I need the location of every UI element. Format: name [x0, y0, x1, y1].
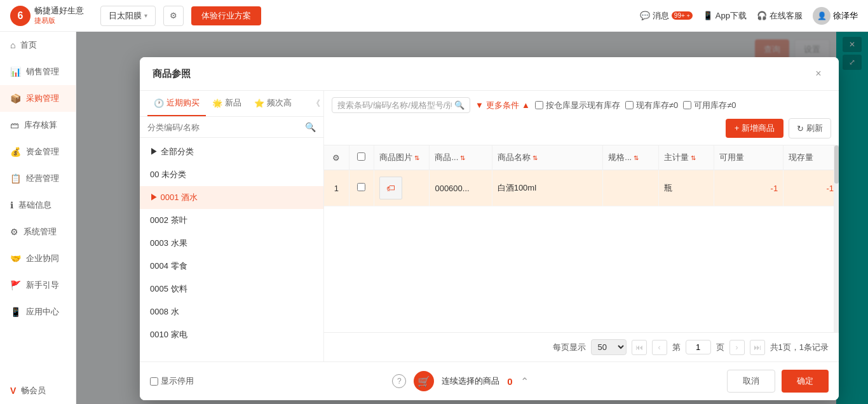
footer-center: ? 🛒 连续选择的商品 0 ⌃: [194, 371, 727, 391]
gear-settings-icon: ⚙: [332, 153, 340, 163]
sidebar-item-finance[interactable]: 💰 资金管理: [0, 138, 76, 165]
checkbox-stock-ne-label[interactable]: 现有库存≠0: [625, 100, 678, 111]
collapse-button[interactable]: 《: [308, 92, 323, 115]
sidebar-item-guide[interactable]: 🚩 新手引导: [0, 272, 76, 299]
guide-icon: 🚩: [10, 280, 21, 290]
gear-button[interactable]: ⚙: [163, 6, 184, 26]
th-checkbox: [349, 145, 374, 170]
trial-button[interactable]: 体验行业方案: [191, 6, 261, 25]
messages-item[interactable]: 💬 消息 99+ +: [640, 10, 693, 22]
sidebar-item-operation[interactable]: 📋 经营管理: [0, 165, 76, 192]
category-item-uncat[interactable]: 00 未分类: [140, 163, 323, 186]
category-item-0002[interactable]: 0002 茶叶: [140, 209, 323, 232]
checkbox-warehouse-label[interactable]: 按仓库显示现有库存: [535, 100, 620, 111]
category-search-icon[interactable]: 🔍: [305, 122, 316, 132]
filter-label: 更多条件: [486, 100, 519, 111]
th-unit-sortable[interactable]: 主计量 ⇅: [664, 152, 709, 163]
sidebar-item-vip[interactable]: V 畅会员: [0, 377, 76, 404]
td-stock: -1: [783, 170, 839, 206]
cat0002-label: 0002 茶叶: [150, 215, 187, 226]
category-search-input[interactable]: [147, 123, 301, 132]
table-header-row: ⚙ 商品图片 ⇅: [324, 145, 839, 170]
sidebar-item-system[interactable]: ⚙ 系统管理: [0, 219, 76, 245]
refresh-button[interactable]: ↻ 刷新: [789, 118, 831, 138]
table-scrollbar-thumb[interactable]: [834, 145, 839, 184]
sidebar-item-purchase[interactable]: 📦 采购管理: [0, 85, 76, 112]
category-item-0004[interactable]: 0004 零食: [140, 255, 323, 278]
last-page-button[interactable]: ⏭: [750, 340, 765, 355]
tab-frequent[interactable]: ⭐ 频次高: [248, 91, 298, 116]
selected-text: 连续选择的商品: [442, 375, 499, 387]
next-page-button[interactable]: ›: [729, 340, 745, 355]
product-search-input[interactable]: [337, 100, 452, 110]
checkbox-stock-ne[interactable]: [625, 101, 634, 109]
select-all-checkbox[interactable]: [357, 152, 365, 161]
checkbox-avail-ne-label[interactable]: 可用库存≠0: [683, 100, 736, 111]
help-icon[interactable]: ?: [392, 374, 406, 388]
product-image: 🏷: [379, 177, 402, 199]
category-item-0005[interactable]: 0005 饮料: [140, 278, 323, 300]
tab-new[interactable]: 🌟 新品: [206, 91, 248, 116]
filter-icon: ▼: [475, 100, 484, 110]
app-download-item[interactable]: 📱 App下载: [703, 10, 747, 22]
frequent-icon: ⭐: [254, 98, 264, 108]
filter-button[interactable]: ▼ 更多条件 ▲: [475, 100, 530, 111]
online-service-item[interactable]: 🎧 在线客服: [757, 10, 803, 22]
add-product-button[interactable]: + 新增商品: [726, 119, 783, 138]
th-spec-sortable[interactable]: 规格... ⇅: [608, 152, 653, 163]
category-item-0003[interactable]: 0003 水果: [140, 232, 323, 255]
page-number-input[interactable]: [686, 340, 711, 354]
show-disabled-checkbox[interactable]: [150, 377, 158, 386]
per-page-select[interactable]: 50 100: [591, 339, 627, 355]
th-stock-label: 现存量: [789, 152, 813, 162]
dialog-close-button[interactable]: ×: [811, 66, 826, 81]
sidebar-label-vip: 畅会员: [21, 385, 46, 396]
product-table: ⚙ 商品图片 ⇅: [324, 145, 839, 332]
th-settings[interactable]: ⚙: [324, 145, 349, 170]
checkbox-warehouse[interactable]: [535, 101, 543, 109]
th-unit: 主计量 ⇅: [658, 145, 714, 170]
category-item-0010[interactable]: 0010 家电: [140, 323, 323, 346]
checkbox-avail-ne[interactable]: [683, 101, 691, 109]
sidebar-item-home[interactable]: ⌂ 首页: [0, 32, 76, 58]
th-name-sortable[interactable]: 商品名称 ⇅: [498, 152, 598, 163]
td-checkbox[interactable]: [349, 170, 374, 206]
sidebar: ⌂ 首页 📊 销售管理 📦 采购管理 🗃 库存核算 💰 资金管理 📋 经营管理 …: [0, 32, 76, 404]
sidebar-item-collab[interactable]: 🤝 企业协同: [0, 245, 76, 272]
footer-right: 取消 确定: [727, 370, 829, 393]
sidebar-item-base-info[interactable]: ℹ 基础信息: [0, 192, 76, 219]
th-code-sortable[interactable]: 商品... ⇅: [435, 152, 486, 163]
th-image-sortable[interactable]: 商品图片 ⇅: [379, 152, 424, 163]
inventory-icon: 🗃: [10, 120, 19, 130]
sidebar-item-sales[interactable]: 📊 销售管理: [0, 58, 76, 85]
category-item-0008[interactable]: 0008 水: [140, 300, 323, 323]
prev-page-button[interactable]: ‹: [652, 340, 667, 355]
category-item-all[interactable]: ▶ 全部分类: [140, 140, 323, 163]
user-avatar-area[interactable]: 👤 徐泽华: [813, 7, 858, 25]
product-search-box: 🔍: [332, 97, 470, 113]
purchase-icon: 📦: [10, 93, 21, 104]
sidebar-label-app-center: 应用中心: [26, 306, 59, 318]
sidebar-item-app-center[interactable]: 📱 应用中心: [0, 299, 76, 325]
phone-icon: 📱: [703, 11, 713, 20]
collab-icon: 🤝: [10, 253, 21, 264]
table-scrollbar-track[interactable]: [834, 145, 839, 332]
nav-dropdown[interactable]: 日太阳膜 ▾: [100, 6, 156, 26]
gear-icon: ⚙: [170, 11, 177, 20]
table-row[interactable]: 1 🏷: [324, 170, 839, 206]
collapse-up-icon[interactable]: ⌃: [520, 375, 529, 387]
category-search-bar: 🔍: [140, 117, 323, 138]
product-search-icon[interactable]: 🔍: [454, 100, 465, 110]
first-page-button[interactable]: ⏮: [632, 340, 647, 355]
category-item-0001[interactable]: ▶ 0001 酒水: [140, 186, 323, 209]
show-disabled-label[interactable]: 显示停用: [150, 375, 194, 387]
sidebar-item-inventory[interactable]: 🗃 库存核算: [0, 112, 76, 138]
cancel-button[interactable]: 取消: [727, 370, 775, 393]
confirm-button[interactable]: 确定: [782, 370, 829, 393]
tab-recent[interactable]: 🕐 近期购买: [147, 91, 206, 116]
page-word: 第: [672, 342, 681, 353]
th-name: 商品名称 ⇅: [492, 145, 603, 170]
sidebar-label-sales: 销售管理: [26, 66, 59, 77]
td-spec: [603, 170, 658, 206]
row-checkbox[interactable]: [357, 183, 365, 191]
